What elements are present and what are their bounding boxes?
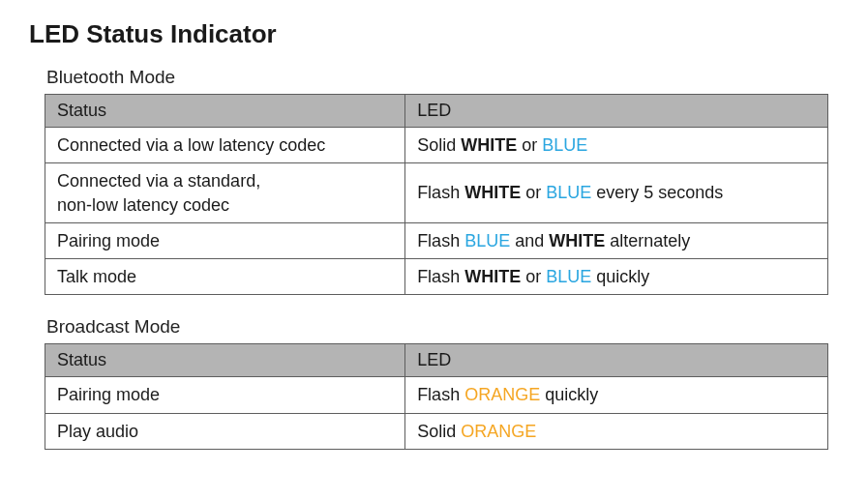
cell-status: Connected via a low latency codec	[45, 128, 405, 163]
section-broadcast: Broadcast Mode Status LED Pairing mode F…	[45, 316, 839, 450]
section-title: Bluetooth Mode	[46, 67, 839, 88]
table-row: Connected via a low latency codec Solid …	[45, 128, 828, 163]
table-row: Talk mode Flash WHITE or BLUE quickly	[45, 259, 828, 295]
cell-status: Pairing mode	[45, 222, 405, 258]
cell-led: Flash WHITE or BLUE every 5 seconds	[405, 163, 828, 223]
cell-led: Solid WHITE or BLUE	[405, 128, 828, 163]
table-row: Pairing mode Flash BLUE and WHITE altern…	[45, 222, 828, 258]
header-led: LED	[405, 95, 828, 128]
cell-status: Pairing mode	[45, 377, 405, 413]
table-row: Connected via a standard,non-low latency…	[45, 163, 828, 223]
cell-led: Flash BLUE and WHITE alternately	[405, 222, 828, 258]
table-header-row: Status LED	[45, 344, 828, 377]
section-bluetooth: Bluetooth Mode Status LED Connected via …	[45, 67, 839, 295]
page-title: LED Status Indicator	[29, 19, 839, 49]
table-row: Pairing mode Flash ORANGE quickly	[45, 377, 828, 413]
header-status: Status	[45, 95, 405, 128]
cell-led: Flash WHITE or BLUE quickly	[405, 259, 828, 295]
cell-led: Flash ORANGE quickly	[405, 377, 828, 413]
cell-status: Play audio	[45, 413, 405, 449]
cell-status: Talk mode	[45, 259, 405, 295]
section-title: Broadcast Mode	[46, 316, 839, 338]
header-status: Status	[45, 344, 405, 377]
table-row: Play audio Solid ORANGE	[45, 413, 828, 449]
broadcast-table: Status LED Pairing mode Flash ORANGE qui…	[45, 343, 828, 450]
bluetooth-table: Status LED Connected via a low latency c…	[45, 94, 828, 295]
cell-status: Connected via a standard,non-low latency…	[45, 163, 405, 223]
header-led: LED	[405, 344, 828, 377]
table-header-row: Status LED	[45, 95, 828, 128]
cell-led: Solid ORANGE	[405, 413, 828, 449]
